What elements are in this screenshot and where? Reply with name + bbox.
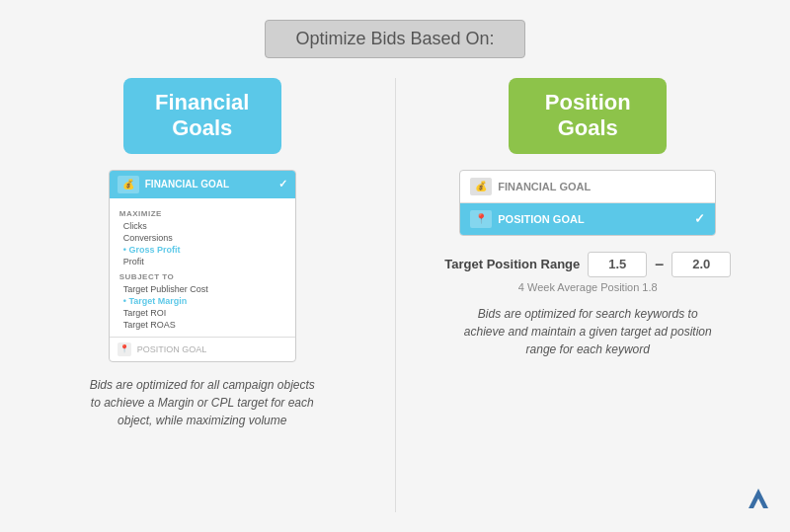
svg-marker-0 [749,489,768,508]
target-roas-item[interactable]: Target ROAS [119,319,285,331]
target-roi-item[interactable]: Target ROI [119,307,285,319]
position-row[interactable]: 📍 POSITION GOAL ✓ [460,203,715,235]
range-min-input[interactable]: 1.5 [588,252,647,277]
clicks-item[interactable]: Clicks [119,220,285,232]
marin-logo [745,485,772,518]
position-goal-icon: 📍 [118,342,131,356]
range-min-value: 1.5 [608,257,626,271]
financial-goals-button[interactable]: FinancialGoals [123,78,281,154]
main-container: Optimize Bids Based On: FinancialGoals 💰… [0,0,790,532]
range-max-value: 2.0 [692,257,710,271]
range-max-input[interactable]: 2.0 [672,252,731,277]
range-dash: – [655,256,664,273]
financial-row-label: FINANCIAL GOAL [498,181,591,192]
position-row-icon: 📍 [470,210,492,228]
footer-label: POSITION GOAL [137,344,207,354]
right-column: PositionGoals 💰 FINANCIAL GOAL 📍 POSITIO… [406,78,771,512]
two-columns: FinancialGoals 💰 FINANCIAL GOAL ✓ MAXIMI… [20,78,770,512]
target-publisher-cost-item[interactable]: Target Publisher Cost [119,283,285,295]
panel-header: 💰 FINANCIAL GOAL ✓ [110,171,295,198]
financial-goal-panel: 💰 FINANCIAL GOAL ✓ MAXIMIZE Clicks Conve… [109,170,296,362]
left-caption: Bids are optimized for all campaign obje… [84,376,321,429]
position-goals-button[interactable]: PositionGoals [509,78,667,154]
position-goal-panel: 💰 FINANCIAL GOAL 📍 POSITION GOAL ✓ [459,170,716,236]
gross-profit-item[interactable]: Gross Profit [119,244,285,256]
panel-body: MAXIMIZE Clicks Conversions Gross Profit… [110,198,295,337]
avg-position-text: 4 Week Average Position 1.8 [518,281,658,293]
right-caption: Bids are optimized for search keywords t… [459,305,716,358]
page-title: Optimize Bids Based On: [265,20,524,58]
financial-row[interactable]: 💰 FINANCIAL GOAL [460,171,715,203]
panel-header-label: FINANCIAL GOAL [145,179,229,190]
financial-row-icon: 💰 [470,178,492,195]
panel-footer[interactable]: 📍 POSITION GOAL [110,337,295,361]
subject-to-label: SUBJECT TO [119,272,285,281]
column-divider [395,78,396,512]
left-column: FinancialGoals 💰 FINANCIAL GOAL ✓ MAXIMI… [20,78,385,512]
maximize-label: MAXIMIZE [119,209,285,218]
financial-icon: 💰 [118,176,139,193]
position-row-label: POSITION GOAL [498,213,584,225]
profit-item[interactable]: Profit [119,256,285,267]
target-range-label: Target Position Range [444,257,580,271]
title-text: Optimize Bids Based On: [295,29,494,48]
target-margin-item[interactable]: Target Margin [119,295,285,307]
position-check-icon: ✓ [694,211,705,226]
target-range-row: Target Position Range 1.5 – 2.0 [444,252,731,277]
check-icon: ✓ [278,178,287,190]
conversions-item[interactable]: Conversions [119,232,285,244]
